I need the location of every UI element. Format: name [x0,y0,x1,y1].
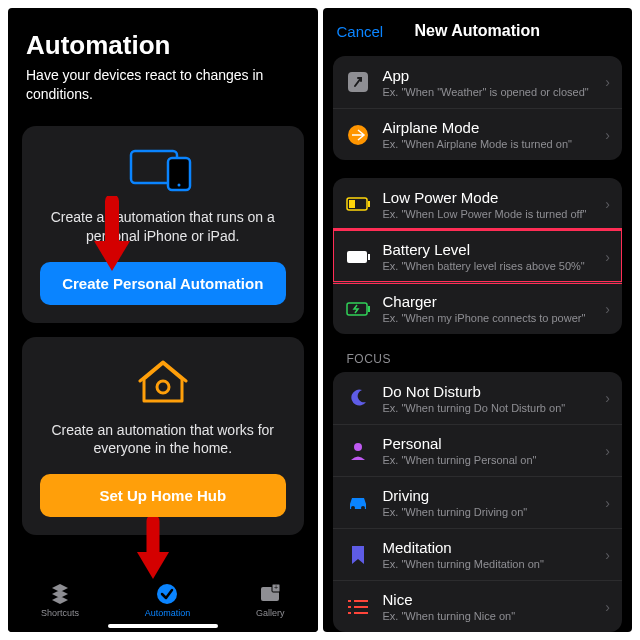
svg-rect-16 [368,306,370,312]
chevron-right-icon: › [605,495,610,511]
phone-left: Automation Have your devices react to ch… [8,8,318,632]
list-icon [348,599,368,615]
svg-rect-21 [354,600,368,602]
personal-automation-card: Create an automation that runs on a pers… [22,126,304,323]
chevron-right-icon: › [605,547,610,563]
focus-group: Do Not DisturbEx. "When turning Do Not D… [333,372,623,632]
moon-icon [348,388,368,408]
svg-rect-12 [368,201,370,207]
car-icon [347,495,369,511]
tab-shortcuts[interactable]: Shortcuts [41,583,79,618]
svg-point-18 [351,506,355,510]
chevron-right-icon: › [605,74,610,90]
trigger-nice[interactable]: NiceEx. "When turning Nice on" › [333,580,623,632]
trigger-group-2: Low Power ModeEx. "When Low Power Mode i… [333,178,623,334]
tab-gallery[interactable]: + Gallery [256,583,285,618]
svg-rect-13 [347,251,367,263]
battery-icon [346,250,370,264]
airplane-icon [348,125,368,145]
trigger-airplane-mode[interactable]: Airplane ModeEx. "When Airplane Mode is … [333,108,623,160]
home-indicator[interactable] [108,624,218,628]
bookmark-icon [350,545,366,565]
app-icon [348,72,368,92]
svg-text:+: + [274,584,278,591]
header: Automation Have your devices react to ch… [8,8,318,116]
svg-rect-22 [348,606,351,608]
trigger-low-power-mode[interactable]: Low Power ModeEx. "When Low Power Mode i… [333,178,623,230]
svg-point-2 [177,183,180,186]
chevron-right-icon: › [605,127,610,143]
home-icon [138,359,188,405]
trigger-charger[interactable]: ChargerEx. "When my iPhone connects to p… [333,282,623,334]
devices-icon [128,148,198,192]
tab-automation[interactable]: Automation [145,583,191,618]
home-desc: Create an automation that works for ever… [40,421,286,459]
chevron-right-icon: › [605,599,610,615]
shortcuts-icon [49,583,71,605]
svg-rect-11 [349,200,355,208]
nav-bar: Cancel New Automation [323,8,633,50]
page-title: Automation [26,30,300,61]
trigger-driving[interactable]: DrivingEx. "When turning Driving on" › [333,476,623,528]
phone-right: Cancel New Automation AppEx. "When "Weat… [323,8,633,632]
automation-icon [156,583,178,605]
set-up-home-hub-button[interactable]: Set Up Home Hub [40,474,286,517]
cancel-button[interactable]: Cancel [337,23,384,40]
chevron-right-icon: › [605,301,610,317]
chevron-right-icon: › [605,390,610,406]
charger-icon [346,302,370,316]
svg-rect-23 [354,606,368,608]
trigger-app[interactable]: AppEx. "When "Weather" is opened or clos… [333,56,623,108]
svg-rect-24 [348,612,351,614]
svg-point-4 [157,584,177,604]
nav-title: New Automation [414,22,540,40]
low-power-icon [346,197,370,211]
create-personal-automation-button[interactable]: Create Personal Automation [40,262,286,305]
trigger-group-1: AppEx. "When "Weather" is opened or clos… [333,56,623,160]
focus-section-label: FOCUS [333,352,623,372]
svg-point-3 [157,381,169,393]
svg-rect-25 [354,612,368,614]
personal-desc: Create an automation that runs on a pers… [40,208,286,246]
trigger-do-not-disturb[interactable]: Do Not DisturbEx. "When turning Do Not D… [333,372,623,424]
gallery-icon: + [259,583,281,605]
page-subtitle: Have your devices react to changes in co… [26,66,300,104]
trigger-meditation[interactable]: MeditationEx. "When turning Meditation o… [333,528,623,580]
svg-rect-14 [368,254,370,260]
chevron-right-icon: › [605,196,610,212]
tab-bar: Shortcuts Automation + Gallery [8,577,318,632]
person-icon [348,441,368,461]
svg-point-17 [354,443,362,451]
chevron-right-icon: › [605,249,610,265]
trigger-personal[interactable]: PersonalEx. "When turning Personal on" › [333,424,623,476]
svg-point-19 [361,506,365,510]
chevron-right-icon: › [605,443,610,459]
home-automation-card: Create an automation that works for ever… [22,337,304,536]
svg-rect-20 [348,600,351,602]
trigger-battery-level[interactable]: Battery LevelEx. "When battery level ris… [333,230,623,282]
